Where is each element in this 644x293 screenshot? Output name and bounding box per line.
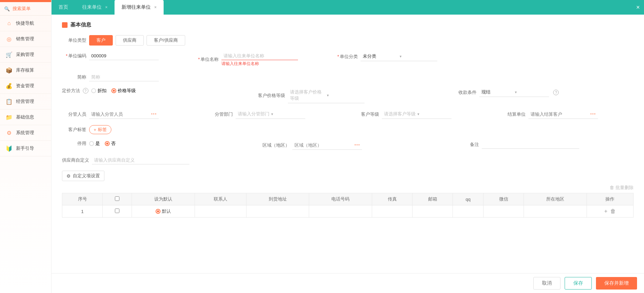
batch-delete-icon: 🗑 (610, 185, 614, 190)
row-default-radio[interactable] (156, 209, 160, 214)
chevron-down-icon5: ▾ (417, 112, 449, 116)
grade-radio[interactable] (111, 88, 116, 93)
settlement-more-btn[interactable]: ··· (590, 111, 596, 117)
plus-icon: + (94, 127, 96, 132)
disabled-no-option[interactable]: 否 (105, 140, 116, 147)
remark-input[interactable] (482, 140, 579, 149)
custom-settings-label: 自定义项设置 (73, 173, 100, 179)
cancel-button[interactable]: 取消 (533, 277, 560, 290)
unit-btn-supplier[interactable]: 供应商 (116, 35, 144, 46)
category-select[interactable]: 未分类 ▾ (361, 52, 437, 61)
manager-input[interactable] (91, 112, 150, 117)
chevron-down-icon2: ▾ (327, 93, 362, 98)
sidebar-search[interactable]: 🔍 搜索菜单 (0, 2, 51, 16)
row-no: 1 (62, 205, 103, 218)
delete-row-btn[interactable]: 🗑 (610, 208, 616, 214)
sidebar-item-ops[interactable]: 📋 经营管理 (0, 94, 51, 109)
sidebar-item-system[interactable]: ⚙ 系统管理 (0, 125, 51, 141)
pricing-discount-option[interactable]: 折扣 (91, 88, 107, 94)
sidebar-item-sales[interactable]: ◎ 销售管理 (0, 31, 51, 47)
custom-settings-button[interactable]: ⚙ 自定义项设置 (62, 171, 104, 181)
unit-btn-both[interactable]: 客户/供应商 (147, 35, 185, 46)
tabbar-close-all[interactable]: × (636, 4, 640, 11)
system-icon: ⚙ (6, 129, 13, 136)
pricing-radio-group: 折扣 价格等级 (91, 88, 136, 94)
save-button[interactable]: 保存 (565, 277, 592, 290)
shortname-field: 简称 (62, 73, 180, 81)
payment-help-icon[interactable]: ? (553, 90, 559, 95)
payment-select[interactable]: 现结 ▾ (479, 88, 549, 97)
region-more-btn[interactable]: ··· (354, 142, 360, 148)
disabled-yes-option[interactable]: 是 (89, 140, 100, 147)
remark-field: 备注 (455, 140, 634, 149)
supplier-custom-row: 供应商自定义 (62, 156, 634, 164)
tabbar: 首页 往来单位 × 新增往来单位 × × (52, 0, 644, 15)
disabled-no-radio[interactable] (105, 141, 110, 146)
col-contact: 联系人 (195, 193, 246, 205)
disabled-yes-radio[interactable] (89, 141, 94, 146)
col-check (103, 193, 132, 205)
shortname-row: 简称 (62, 73, 634, 81)
tab-partners[interactable]: 往来单位 × (75, 0, 115, 15)
select-all-checkbox[interactable] (115, 196, 119, 201)
add-row-btn[interactable]: + (604, 208, 607, 214)
code-input[interactable] (89, 52, 159, 60)
manager-row: 分管人员 ··· 分管部门 请输入分管部门 ▾ 客户等级 请选择客户等级 ▾ (62, 109, 634, 119)
tab-home[interactable]: 首页 (52, 0, 75, 15)
category-label: *单位分类 (333, 54, 358, 60)
sidebar-item-purchase[interactable]: 🛒 采购管理 (0, 47, 51, 63)
table-row: 1 默认 (62, 205, 634, 218)
unit-type-label: 单位类型 (62, 37, 86, 43)
pricing-help-icon[interactable]: ? (83, 88, 88, 93)
row-fax (372, 205, 412, 218)
row-default-radio-option[interactable]: 默认 (135, 208, 191, 214)
sidebar-item-basic[interactable]: 📁 基础信息 (0, 109, 51, 125)
form-footer: 取消 保存 保存并新增 (52, 273, 644, 293)
shortname-input[interactable] (89, 73, 159, 81)
dept-label: 分管部门 (209, 111, 233, 117)
customer-grade-placeholder: 请选择客户等级 (384, 111, 416, 117)
row-contact (195, 205, 246, 218)
sidebar-search-label: 搜索菜单 (13, 6, 31, 12)
row-address (246, 205, 309, 218)
discount-radio[interactable] (91, 88, 96, 93)
region-input[interactable] (294, 143, 353, 148)
manager-more-btn[interactable]: ··· (151, 111, 157, 117)
unit-type-row: 单位类型 客户 供应商 客户/供应商 (62, 35, 634, 46)
sidebar-item-finance[interactable]: 💰 资金管理 (0, 78, 51, 94)
sidebar-item-quick-nav[interactable]: ⌂ 快捷导航 (0, 16, 51, 31)
gear-icon: ⚙ (66, 173, 71, 179)
sidebar-item-label: 系统管理 (16, 130, 34, 136)
batch-delete-btn[interactable]: 🗑 批量删除 (62, 185, 634, 191)
save-new-button[interactable]: 保存并新增 (596, 277, 637, 290)
manager-label: 分管人员 (62, 111, 86, 117)
settlement-label: 结算单位 (501, 111, 526, 117)
supplier-custom-input[interactable] (92, 156, 189, 164)
code-field: *单位编码 (62, 52, 180, 60)
name-input[interactable] (221, 52, 298, 60)
disabled-region-remark-row: 停用 是 否 区域（地区） ··· (62, 140, 634, 150)
sidebar-item-inventory[interactable]: 📦 库存核算 (0, 63, 51, 78)
pricing-row: 定价方法 ? 折扣 价格等级 客户价格等级 请选择客户价 (62, 88, 634, 103)
sidebar-item-label: 销售管理 (16, 36, 34, 42)
customer-grade-select[interactable]: 请选择客户等级 ▾ (382, 109, 451, 119)
settlement-input[interactable] (531, 112, 589, 117)
name-field: *单位名称 请输入往来单位名称 (194, 52, 320, 67)
tab-new-partner[interactable]: 新增往来单位 × (115, 0, 164, 15)
row-region (524, 205, 587, 218)
main-area: 首页 往来单位 × 新增往来单位 × × 基本信息 单位类型 客户 供应商 客户… (52, 0, 644, 293)
unit-btn-customer[interactable]: 客户 (89, 35, 113, 46)
row-checkbox[interactable] (115, 209, 119, 213)
add-tag-button[interactable]: + 标签 (89, 125, 111, 134)
sidebar-item-guide[interactable]: 🔰 新手引导 (0, 141, 51, 156)
row-wechat (483, 205, 524, 218)
customer-price-select[interactable]: 请选择客户价格等级 ▾ (288, 88, 364, 103)
dept-select[interactable]: 请输入分管部门 ▾ (236, 109, 305, 119)
col-wechat: 微信 (483, 193, 524, 205)
code-label: *单位编码 (62, 53, 86, 59)
pricing-grade-option[interactable]: 价格等级 (111, 88, 136, 94)
row-phone (309, 205, 372, 218)
tab-new-partner-close[interactable]: × (154, 5, 157, 10)
tab-partners-close[interactable]: × (105, 5, 108, 10)
table-header-row: 序号 设为默认 联系人 到货地址 电话号码 传真 邮箱 qq 微信 所在地区 操… (62, 193, 634, 205)
